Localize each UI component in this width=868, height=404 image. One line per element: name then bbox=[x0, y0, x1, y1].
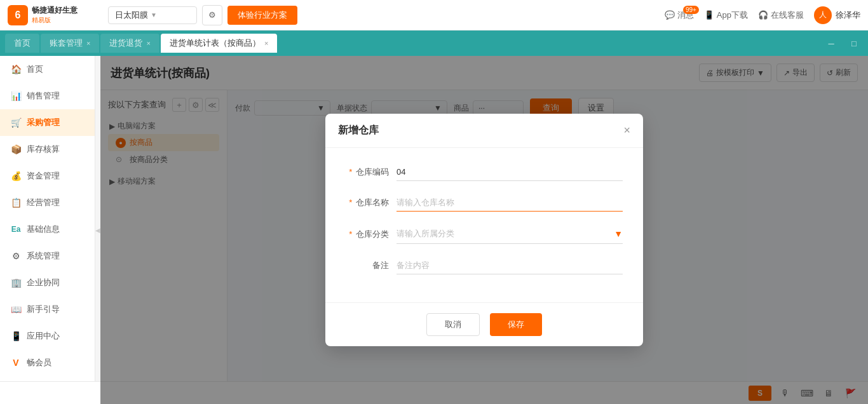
category-placeholder: 请输入所属分类 bbox=[397, 228, 614, 239]
sidebar-home-label: 首页 bbox=[27, 64, 43, 75]
warehouse-note-input[interactable] bbox=[397, 257, 623, 274]
home-icon: 🏠 bbox=[10, 64, 22, 75]
name-required-star: * bbox=[349, 198, 352, 207]
inventory-icon: 📦 bbox=[10, 144, 22, 155]
save-button[interactable]: 保存 bbox=[490, 313, 542, 336]
sidebar-item-vip[interactable]: V 畅会员 bbox=[0, 349, 95, 376]
tab-bar: 首页 账套管理 × 进货退货 × 进货单统计表（按商品） × ─ □ bbox=[0, 30, 868, 56]
app-edition: 精易版 bbox=[32, 16, 78, 25]
sidebar-finance-label: 资金管理 bbox=[27, 170, 60, 182]
sidebar-item-finance[interactable]: 💰 资金管理 bbox=[0, 163, 95, 189]
tab-account-close-icon[interactable]: × bbox=[86, 39, 90, 47]
sidebar-item-purchase[interactable]: 🛒 采购管理 bbox=[0, 109, 95, 136]
message-icon: 💬 bbox=[665, 10, 675, 20]
settings-button[interactable]: ⚙ bbox=[202, 5, 222, 25]
sidebar-item-home[interactable]: 🏠 首页 bbox=[0, 56, 95, 83]
tab-account[interactable]: 账套管理 × bbox=[41, 34, 99, 53]
modal-body: * 仓库编码 * 仓库名称 bbox=[325, 148, 643, 302]
guide-icon: 📖 bbox=[10, 304, 22, 315]
form-row-note: 备注 bbox=[346, 257, 623, 274]
tab-purchase-stats[interactable]: 进货单统计表（按商品） × bbox=[161, 34, 277, 53]
headset-icon: 🎧 bbox=[758, 10, 768, 20]
tab-maximize-button[interactable]: □ bbox=[845, 34, 863, 52]
modal-header: 新增仓库 × bbox=[325, 114, 643, 148]
trial-button[interactable]: 体验行业方案 bbox=[227, 6, 297, 25]
modal-footer: 取消 保存 bbox=[325, 302, 643, 346]
warehouse-category-select[interactable]: 请输入所属分类 ▼ bbox=[397, 224, 623, 244]
tab-home-label: 首页 bbox=[14, 37, 31, 49]
app-logo: 6 bbox=[8, 5, 28, 25]
main-layout: 🏠 首页 📊 销售管理 🛒 采购管理 📦 库存核算 💰 资金管理 📋 经营管理 … bbox=[0, 56, 868, 404]
store-selector[interactable]: 日太阳膜 ▼ bbox=[108, 6, 197, 24]
tab-purchase-stats-label: 进货单统计表（按商品） bbox=[170, 37, 261, 49]
purchase-icon: 🛒 bbox=[10, 117, 22, 128]
sidebar-inventory-label: 库存核算 bbox=[27, 144, 60, 155]
tab-purchase-return[interactable]: 进货退货 × bbox=[100, 34, 159, 53]
tab-home[interactable]: 首页 bbox=[5, 34, 39, 53]
finance-icon: 💰 bbox=[10, 170, 22, 182]
app-name-area: 畅捷通好生意 精易版 bbox=[32, 5, 78, 25]
app-center-icon: 📱 bbox=[10, 330, 22, 342]
sidebar-guide-label: 新手引导 bbox=[27, 304, 60, 315]
sidebar-collapse-button[interactable]: ◀ bbox=[95, 56, 100, 404]
collapse-icon: ◀ bbox=[95, 227, 100, 234]
sidebar-basic-info-label: 基础信息 bbox=[27, 224, 60, 235]
phone-icon: 📱 bbox=[704, 10, 714, 20]
app-name: 畅捷通好生意 bbox=[32, 5, 78, 16]
gear-icon: ⚙ bbox=[208, 10, 216, 20]
sales-icon: 📊 bbox=[10, 90, 22, 102]
tab-purchase-return-label: 进货退货 bbox=[109, 37, 142, 49]
online-service-button[interactable]: 🎧 在线客服 bbox=[758, 10, 804, 21]
modal-overlay: 新增仓库 × * 仓库编码 * bbox=[100, 56, 868, 404]
form-row-code: * 仓库编码 bbox=[346, 163, 623, 181]
sidebar-purchase-label: 采购管理 bbox=[27, 117, 60, 128]
username: 徐泽华 bbox=[836, 10, 860, 21]
sidebar-sales-label: 销售管理 bbox=[27, 90, 60, 102]
sidebar-app-center-label: 应用中心 bbox=[27, 330, 60, 342]
tab-account-label: 账套管理 bbox=[50, 37, 83, 49]
online-service-label: 在线客服 bbox=[771, 10, 804, 21]
category-arrow-icon: ▼ bbox=[614, 229, 623, 239]
store-name: 日太阳膜 bbox=[115, 10, 148, 21]
chevron-down-icon: ▼ bbox=[151, 11, 157, 18]
modal-title: 新增仓库 bbox=[338, 124, 379, 137]
tab-bar-actions: ─ □ bbox=[822, 34, 863, 52]
cancel-button[interactable]: 取消 bbox=[426, 313, 480, 336]
modal-close-button[interactable]: × bbox=[623, 124, 630, 137]
system-icon: ⚙ bbox=[10, 250, 22, 262]
tab-purchase-return-close-icon[interactable]: × bbox=[146, 39, 150, 47]
code-required-star: * bbox=[349, 167, 352, 177]
sidebar-item-inventory[interactable]: 📦 库存核算 bbox=[0, 136, 95, 163]
warehouse-name-input[interactable] bbox=[397, 194, 623, 212]
sidebar-item-app-center[interactable]: 📱 应用中心 bbox=[0, 323, 95, 349]
vip-icon: V bbox=[10, 357, 22, 368]
app-download-button[interactable]: 📱 App下载 bbox=[704, 10, 748, 21]
code-label: * 仓库编码 bbox=[346, 166, 397, 178]
sidebar: 🏠 首页 📊 销售管理 🛒 采购管理 📦 库存核算 💰 资金管理 📋 经营管理 … bbox=[0, 56, 95, 404]
sidebar-enterprise-label: 企业协同 bbox=[27, 277, 60, 288]
sidebar-item-sales[interactable]: 📊 销售管理 bbox=[0, 83, 95, 109]
sidebar-item-enterprise[interactable]: 🏢 企业协同 bbox=[0, 269, 95, 296]
tab-minimize-button[interactable]: ─ bbox=[822, 34, 840, 52]
content-area: 进货单统计(按商品) 🖨 按模板打印 ▼ ↗ 导出 ↺ 刷新 bbox=[100, 56, 868, 404]
message-button[interactable]: 💬 消息 99+ bbox=[665, 10, 694, 21]
sidebar-item-basic-info[interactable]: Ea 基础信息 bbox=[0, 216, 95, 243]
modal-dialog: 新增仓库 × * 仓库编码 * bbox=[325, 114, 643, 346]
sidebar-item-guide[interactable]: 📖 新手引导 bbox=[0, 296, 95, 323]
note-label: 备注 bbox=[346, 260, 397, 271]
sidebar-vip-label: 畅会员 bbox=[27, 357, 51, 368]
avatar: 人 bbox=[814, 6, 832, 24]
sidebar-item-system[interactable]: ⚙ 系统管理 bbox=[0, 243, 95, 269]
category-label: * 仓库分类 bbox=[346, 229, 397, 240]
user-area[interactable]: 人 徐泽华 bbox=[814, 6, 860, 24]
app-download-label: App下载 bbox=[717, 10, 748, 21]
form-row-category: * 仓库分类 请输入所属分类 ▼ bbox=[346, 224, 623, 244]
sidebar-item-operations[interactable]: 📋 经营管理 bbox=[0, 189, 95, 216]
name-label: * 仓库名称 bbox=[346, 197, 397, 208]
operations-icon: 📋 bbox=[10, 197, 22, 208]
basic-info-icon: Ea bbox=[10, 224, 22, 235]
tab-purchase-stats-close-icon[interactable]: × bbox=[264, 39, 268, 47]
warehouse-code-input[interactable] bbox=[397, 163, 623, 181]
header-right: 💬 消息 99+ 📱 App下载 🎧 在线客服 人 徐泽华 bbox=[665, 6, 860, 24]
logo-area: 6 畅捷通好生意 精易版 bbox=[8, 5, 103, 25]
